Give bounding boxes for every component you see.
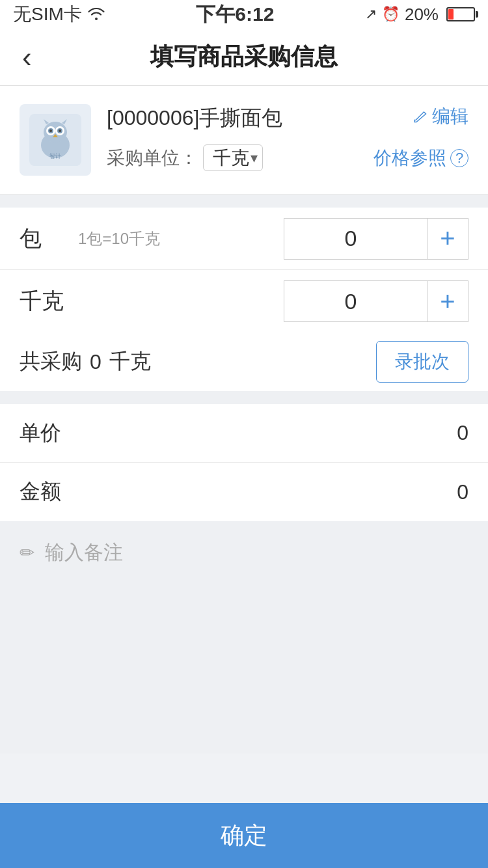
batch-label: 录批次: [395, 351, 450, 372]
back-button[interactable]: ‹: [16, 34, 38, 80]
status-left: 无SIM卡: [13, 2, 105, 27]
unit-label: 采购单位：: [107, 146, 198, 170]
product-thumbnail: 智计: [20, 104, 91, 176]
section-divider-1: [0, 195, 488, 208]
product-name: [0000006]手撕面包: [107, 104, 282, 133]
back-icon: ‹: [22, 41, 32, 74]
location-icon: ↗: [365, 6, 377, 23]
kg-input-wrapper: +: [284, 280, 468, 322]
unit-price-value: 0: [457, 421, 468, 445]
unit-select[interactable]: 千克 包: [203, 144, 263, 171]
edit-label: 编辑: [432, 104, 468, 129]
price-section: 单价 0 金额 0: [0, 404, 488, 521]
unit-price-label: 单价: [20, 419, 61, 448]
kg-label: 千克: [20, 286, 72, 316]
wifi-icon: [87, 5, 105, 25]
status-time: 下午6:12: [196, 1, 274, 28]
amount-value: 0: [457, 480, 468, 504]
svg-text:智计: 智计: [49, 153, 61, 159]
edit-icon: [414, 109, 428, 124]
pencil-icon: ✏: [20, 542, 34, 563]
section-divider-2: [0, 391, 488, 404]
status-bar: 无SIM卡 下午6:12 ↗ ⏰ 20%: [0, 0, 488, 29]
price-ref-button[interactable]: 价格参照 ?: [373, 146, 468, 170]
status-right: ↗ ⏰ 20%: [365, 5, 475, 25]
product-card: 智计 [0000006]手撕面包 编辑 采购单位： 千克 包: [0, 86, 488, 195]
pack-input-row: 包 1包=10千克 +: [0, 208, 488, 270]
alarm-icon: ⏰: [382, 6, 400, 23]
price-ref-icon: ?: [450, 149, 468, 167]
pack-label: 包: [20, 224, 72, 254]
amount-label: 金额: [20, 478, 61, 506]
amount-row: 金额 0: [0, 463, 488, 521]
unit-select-wrapper[interactable]: 千克 包: [203, 144, 263, 171]
pack-sublabel: 1包=10千克: [78, 228, 284, 249]
summary-amount: 0: [90, 350, 102, 374]
summary-text-group: 共采购 0 千克: [20, 347, 151, 376]
notes-placeholder: 输入备注: [45, 539, 123, 566]
product-unit-row: 采购单位： 千克 包 价格参照 ?: [107, 144, 468, 171]
summary-prefix: 共采购: [20, 347, 82, 376]
pack-input-wrapper: +: [284, 218, 468, 260]
svg-point-7: [49, 129, 52, 132]
unit-price-row: 单价 0: [0, 404, 488, 463]
nav-bar: ‹ 填写商品采购信息: [0, 29, 488, 86]
edit-button[interactable]: 编辑: [414, 104, 468, 129]
product-name-row: [0000006]手撕面包 编辑: [107, 104, 468, 133]
notes-section[interactable]: ✏ 输入备注: [0, 521, 488, 584]
batch-button[interactable]: 录批次: [376, 341, 468, 383]
content-spacer: [0, 584, 488, 753]
kg-input-row: 千克 +: [0, 270, 488, 332]
battery-percent: 20%: [405, 5, 439, 25]
product-logo: 智计: [29, 114, 81, 166]
battery-icon: [446, 7, 475, 21]
carrier-text: 无SIM卡: [13, 2, 82, 27]
pack-plus-button[interactable]: +: [427, 218, 468, 260]
confirm-bar[interactable]: 确定: [0, 803, 488, 868]
kg-plus-icon: +: [440, 287, 455, 316]
svg-point-8: [59, 129, 61, 132]
page-title: 填写商品采购信息: [150, 41, 338, 73]
kg-plus-button[interactable]: +: [427, 280, 468, 322]
pack-plus-icon: +: [440, 224, 455, 253]
quantity-input-section: 包 1包=10千克 + 千克 +: [0, 208, 488, 332]
summary-unit: 千克: [109, 347, 151, 376]
pack-quantity-input[interactable]: [284, 218, 427, 260]
confirm-text: 确定: [221, 820, 267, 852]
summary-row: 共采购 0 千克 录批次: [0, 332, 488, 391]
price-ref-label: 价格参照: [373, 146, 446, 170]
product-info: [0000006]手撕面包 编辑 采购单位： 千克 包 价格参照: [107, 104, 468, 171]
kg-quantity-input[interactable]: [284, 280, 427, 322]
